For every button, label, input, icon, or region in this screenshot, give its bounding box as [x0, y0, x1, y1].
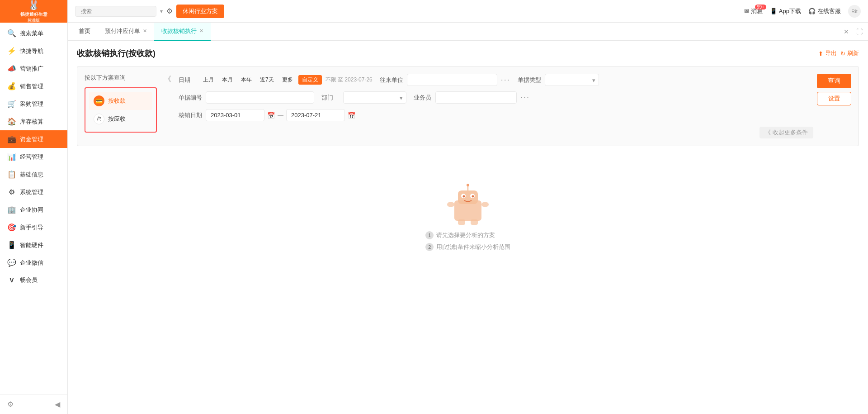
cancel-date-start-icon[interactable]: 📅	[267, 112, 275, 119]
filter-collapse-button[interactable]: 《	[164, 75, 171, 84]
date-btn-last-month[interactable]: 上月	[200, 75, 217, 85]
settings-button[interactable]: 设置	[817, 92, 851, 105]
filter-left-panel: 按以下方案查询 💳 按收款 ⏱ 按应收	[85, 74, 157, 138]
date-field: 日期 上月 本月 本年 近7天 更多 自定义 不	[179, 75, 373, 85]
query-button[interactable]: 查询	[817, 74, 851, 88]
page-container: 收款核销执行(按收款) ⬆ 导出 ↻ 刷新 按以下方案查询	[68, 41, 868, 414]
tab-prepay[interactable]: 预付冲应付单 ✕	[98, 23, 154, 41]
sales-icon: 💰	[7, 82, 16, 90]
message-button[interactable]: ✉ 消息 99+	[744, 7, 763, 15]
hint-text-2: 用[过滤]条件来缩小分析范围	[436, 243, 510, 251]
app-logo: 🐰 畅捷通好生意 标准版	[0, 0, 67, 23]
cancel-date-end-icon[interactable]: 📅	[348, 112, 355, 119]
tab-receipt-cancel-close[interactable]: ✕	[199, 28, 203, 34]
tab-receipt-cancel[interactable]: 收款核销执行 ✕	[154, 23, 211, 41]
date-btn-more[interactable]: 更多	[279, 75, 296, 85]
counterpart-label: 往来单位	[380, 76, 403, 84]
staff-select-icon[interactable]: ···	[520, 93, 530, 102]
doc-type-select[interactable]	[545, 74, 599, 86]
logo-icon: 🐰	[28, 0, 39, 10]
message-icon: ✉	[744, 8, 749, 14]
cancel-date-start-input[interactable]	[206, 109, 264, 121]
filter-row-3: 核销日期 📅 — 📅	[179, 109, 813, 121]
sidebar-item-hardware[interactable]: 📱 智能硬件	[0, 236, 67, 254]
header-search-input[interactable]	[75, 6, 156, 17]
enterprise-icon: 🏢	[7, 205, 16, 214]
svg-rect-10	[458, 219, 465, 225]
filter-option-by-receipt[interactable]: 💳 按收款	[89, 92, 152, 110]
doc-no-input[interactable]	[206, 91, 314, 104]
sidebar-label-sales: 销售管理	[20, 82, 43, 90]
tab-bar: 首页 预付冲应付单 ✕ 收款核销执行 ✕ ✕ ⛶	[68, 23, 868, 41]
counterpart-field: 往来单位 ···	[380, 74, 510, 86]
sidebar-item-wechat[interactable]: 💬 企业微信	[0, 254, 67, 271]
svg-rect-8	[447, 202, 454, 207]
cancel-date-end-input[interactable]	[286, 109, 345, 121]
sidebar-label-enterprise: 企业协同	[20, 206, 43, 214]
sidebar: 🐰 畅捷通好生意 标准版 🔍 搜索菜单 ⚡ 快捷导航 📣 营销推广 💰 销售管理…	[0, 0, 68, 414]
refresh-button[interactable]: ↻ 刷新	[840, 49, 859, 57]
online-service-button[interactable]: 🎧 在线客服	[808, 7, 841, 15]
sidebar-label-hardware: 智能硬件	[20, 241, 43, 249]
page-title: 收款核销执行(按收款)	[77, 48, 156, 59]
collapse-more-label: 收起更多条件	[773, 128, 808, 137]
sidebar-label-purchase: 采购管理	[20, 100, 43, 108]
sidebar-item-operation[interactable]: 📊 经营管理	[0, 148, 67, 166]
operation-icon: 📊	[7, 152, 16, 161]
sidebar-item-finance[interactable]: 💼 资金管理	[0, 130, 67, 148]
sidebar-item-guide[interactable]: 🎯 新手引导	[0, 219, 67, 236]
counterpart-select-icon[interactable]: ···	[501, 75, 510, 85]
counterpart-input[interactable]	[407, 74, 497, 86]
cancel-date-range: 📅 — 📅	[206, 109, 355, 121]
user-avatar-area[interactable]: Rit	[848, 5, 861, 18]
sidebar-item-shortcut[interactable]: ⚡ 快捷导航	[0, 42, 67, 60]
date-no-limit-text: 不限 至 2023-07-26	[326, 76, 373, 84]
filter-panel-title: 按以下方案查询	[85, 74, 157, 82]
tab-home[interactable]: 首页	[71, 23, 98, 41]
export-button[interactable]: ⬆ 导出	[818, 49, 837, 57]
sidebar-item-marketing[interactable]: 📣 营销推广	[0, 60, 67, 77]
empty-illustration	[441, 182, 495, 228]
app-download-button[interactable]: 📱 App下载	[770, 7, 801, 15]
sidebar-label-shortcut: 快捷导航	[20, 47, 43, 55]
filter-option-by-expected[interactable]: ⏱ 按应收	[89, 110, 152, 128]
collapse-more-button[interactable]: 《 收起更多条件	[760, 127, 813, 138]
sidebar-item-system[interactable]: ⚙ 系统管理	[0, 183, 67, 201]
app-icon: 📱	[770, 8, 777, 14]
hardware-icon: 📱	[7, 241, 16, 249]
sidebar-item-inventory[interactable]: 🏠 库存核算	[0, 113, 67, 130]
filter-actions: 查询 设置	[817, 74, 851, 105]
sidebar-nav: 🔍 搜索菜单 ⚡ 快捷导航 📣 营销推广 💰 销售管理 🛒 采购管理 🏠 库存核…	[0, 23, 67, 394]
service-icon: 🎧	[808, 8, 816, 14]
sidebar-collapse-icon[interactable]: ◀	[55, 400, 60, 409]
sidebar-label-operation: 经营管理	[20, 153, 43, 161]
header-gear-icon[interactable]: ⚙	[166, 7, 173, 15]
tab-expand-icon[interactable]: ⛶	[854, 26, 864, 37]
tab-close-all-icon[interactable]: ✕	[842, 26, 851, 37]
refresh-icon: ↻	[840, 50, 845, 57]
expected-option-label: 按应收	[108, 115, 126, 123]
date-btn-this-month[interactable]: 本月	[219, 75, 236, 85]
solution-button[interactable]: 休闲行业方案	[176, 5, 224, 18]
date-btn-7days[interactable]: 近7天	[257, 75, 277, 85]
sidebar-item-basic[interactable]: 📋 基础信息	[0, 166, 67, 183]
doc-type-select-wrap	[545, 74, 599, 86]
receipt-option-label: 按收款	[108, 97, 126, 105]
sidebar-item-enterprise[interactable]: 🏢 企业协同	[0, 201, 67, 219]
sidebar-item-sales[interactable]: 💰 销售管理	[0, 77, 67, 95]
export-label: 导出	[825, 49, 837, 57]
staff-input[interactable]	[435, 91, 517, 104]
logo-name: 畅捷通好生意	[20, 11, 47, 18]
sidebar-item-purchase[interactable]: 🛒 采购管理	[0, 95, 67, 113]
tab-prepay-close[interactable]: ✕	[143, 28, 147, 34]
svg-point-4	[463, 195, 465, 198]
sidebar-item-member[interactable]: V 畅会员	[0, 271, 67, 289]
sidebar-settings-icon[interactable]: ⚙	[7, 400, 14, 409]
dept-select[interactable]	[343, 91, 406, 104]
service-label: 在线客服	[817, 7, 841, 15]
date-btn-this-year[interactable]: 本年	[238, 75, 255, 85]
header-dropdown-icon[interactable]: ▾	[160, 8, 163, 14]
sidebar-item-search[interactable]: 🔍 搜索菜单	[0, 24, 67, 42]
staff-label: 业务员	[414, 94, 432, 102]
date-btn-custom[interactable]: 自定义	[298, 75, 322, 85]
